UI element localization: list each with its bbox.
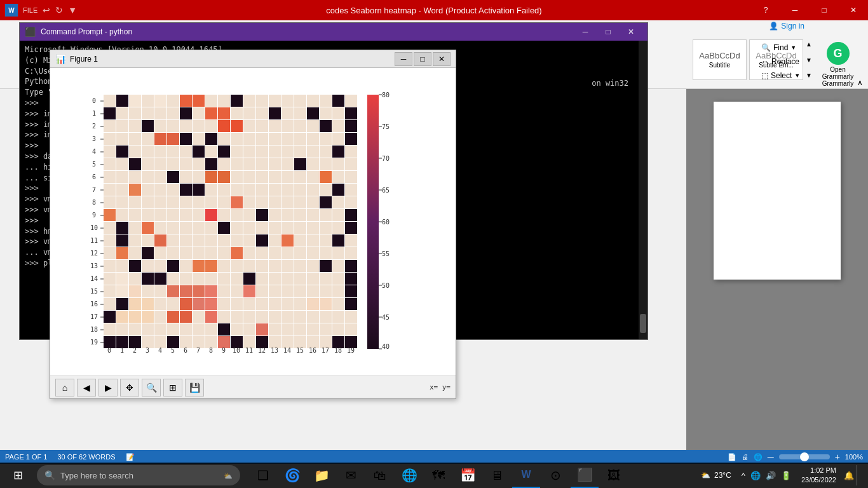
zoom-in-button[interactable]: +	[835, 452, 840, 462]
zoom-out-button[interactable]: ─	[768, 452, 774, 462]
grammarly-button[interactable]: G Open Grammarly Grammarly	[814, 39, 862, 90]
taskbar-mail[interactable]: ✉	[337, 463, 365, 488]
taskbar-app7[interactable]: 🗺	[424, 463, 452, 488]
taskbar-store[interactable]: 🛍	[366, 463, 394, 488]
start-button[interactable]: ⊞	[3, 463, 33, 488]
home-tool-button[interactable]: ⌂	[55, 379, 74, 396]
svg-rect-271	[243, 234, 255, 247]
svg-rect-129	[218, 146, 230, 158]
chevron-up-icon[interactable]: ^	[742, 471, 745, 480]
taskbar-chrome[interactable]: ⊙	[541, 463, 569, 488]
figure-minimize[interactable]: ─	[395, 52, 412, 66]
customize-icon[interactable]: ▼	[68, 5, 77, 15]
figure-window: 📊 Figure 1 ─ □ ✕ 0 1 2 3 4 5 6 7 8	[50, 50, 456, 399]
svg-rect-339	[345, 273, 357, 285]
svg-rect-86	[180, 120, 192, 132]
volume-icon[interactable]: 🔊	[766, 471, 776, 480]
svg-rect-180	[104, 184, 116, 196]
zoom-handle[interactable]	[800, 452, 809, 461]
find-chevron: ▼	[790, 44, 796, 51]
close-button[interactable]: ✕	[839, 0, 868, 20]
clock-display[interactable]: 1:02 PM 23/05/2022	[796, 466, 841, 485]
svg-rect-262	[129, 234, 141, 247]
pan-tool-button[interactable]: ✥	[120, 379, 139, 396]
figure-maximize[interactable]: □	[414, 52, 431, 66]
notification-icon[interactable]: 🔔	[844, 471, 854, 480]
svg-rect-219	[345, 196, 357, 208]
svg-rect-69	[218, 107, 230, 119]
network-icon[interactable]: 🌐	[750, 471, 761, 480]
weather-widget[interactable]: ⛅ 23°C	[696, 471, 736, 480]
styles-down[interactable]: ▼	[806, 57, 812, 64]
ribbon-expand[interactable]: ∧	[857, 78, 863, 87]
style-subtitle[interactable]: AaBbCcDd Subtitle	[693, 39, 747, 80]
view-web[interactable]: 🌐	[754, 453, 763, 461]
title-bar: W FILE ↩ ↻ ▼ codes Seaborn heatmap - Wor…	[0, 0, 868, 20]
minimize-button[interactable]: ─	[780, 0, 810, 20]
svg-rect-208	[205, 196, 217, 208]
taskbar-app6[interactable]: 🌐	[395, 463, 423, 488]
svg-text:80: 80	[382, 92, 390, 98]
proofing-icon[interactable]: 📝	[126, 453, 135, 461]
cmd-maximize[interactable]: □	[597, 23, 620, 41]
back-tool-button[interactable]: ◀	[77, 379, 96, 396]
svg-rect-125	[167, 146, 179, 158]
svg-rect-153	[269, 158, 281, 170]
svg-rect-300	[104, 260, 116, 272]
taskbar-file-explorer[interactable]: 📁	[308, 463, 336, 488]
undo-icon[interactable]: ↩	[43, 5, 50, 15]
svg-rect-415	[294, 323, 306, 336]
cmd-close[interactable]: ✕	[620, 23, 642, 41]
select-button[interactable]: ⬚ Select ▼	[759, 70, 803, 81]
zoom-slider[interactable]	[779, 454, 830, 459]
svg-text:9: 9	[222, 347, 226, 354]
taskbar-app8[interactable]: 📅	[454, 463, 482, 488]
search-box[interactable]: 🔍 Type here to search ⛅	[37, 465, 240, 485]
svg-rect-284	[154, 247, 166, 259]
save-tool-button[interactable]: 💾	[185, 379, 204, 396]
svg-rect-267	[193, 234, 205, 247]
help-button[interactable]: ?	[751, 0, 780, 20]
view-read[interactable]: 📄	[728, 453, 736, 461]
svg-rect-243	[142, 222, 154, 234]
sign-in-button[interactable]: 👤 Sign in	[769, 22, 804, 30]
redo-icon[interactable]: ↻	[55, 5, 63, 15]
cmd-scrollbar[interactable]	[639, 41, 648, 339]
show-desktop-button[interactable]	[857, 465, 860, 485]
svg-rect-315	[294, 260, 306, 272]
system-tray: ^ 🌐 🔊 🔋	[739, 471, 794, 480]
taskbar-terminal[interactable]: ⬛	[571, 463, 599, 488]
maximize-button[interactable]: □	[810, 0, 839, 20]
svg-rect-87	[193, 120, 205, 132]
cmd-scroll-thumb[interactable]	[640, 314, 646, 333]
svg-rect-83	[142, 120, 154, 132]
figure-controls: ─ □ ✕	[393, 52, 451, 66]
forward-tool-button[interactable]: ▶	[98, 379, 118, 396]
svg-text:19: 19	[347, 347, 355, 354]
taskbar-task-view[interactable]: ❑	[249, 463, 277, 488]
svg-rect-43	[142, 95, 154, 107]
styles-more[interactable]: ▼	[806, 72, 812, 79]
view-print[interactable]: 🖨	[742, 453, 749, 461]
person-icon: 👤	[769, 22, 778, 30]
taskbar-app9[interactable]: 🖥	[483, 463, 511, 488]
taskbar-photos[interactable]: 🖼	[600, 463, 628, 488]
replace-button[interactable]: ↔ Replace	[759, 56, 803, 67]
zoom-tool-button[interactable]: 🔍	[142, 379, 161, 396]
svg-rect-91	[243, 120, 255, 132]
taskbar-edge[interactable]: 🌀	[278, 463, 306, 488]
svg-text:65: 65	[382, 187, 390, 194]
svg-rect-406	[180, 323, 192, 336]
find-button[interactable]: 🔍 Find ▼	[759, 42, 803, 53]
taskbar-word[interactable]: W	[512, 463, 540, 488]
configure-tool-button[interactable]: ⊞	[163, 379, 182, 396]
task-view-icon: ❑	[257, 468, 269, 483]
svg-rect-287	[193, 247, 205, 259]
svg-rect-335	[294, 273, 306, 285]
cmd-minimize[interactable]: ─	[574, 23, 597, 41]
svg-rect-362	[129, 298, 141, 310]
svg-rect-418	[332, 323, 344, 336]
styles-up[interactable]: ▲	[806, 41, 812, 48]
figure-close[interactable]: ✕	[433, 52, 451, 66]
svg-rect-146	[180, 158, 192, 170]
